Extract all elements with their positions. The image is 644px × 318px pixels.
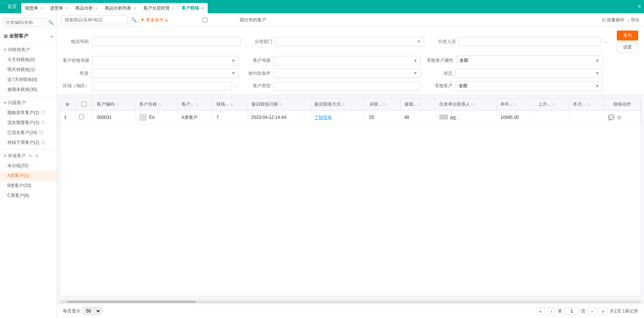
tab-sales-order[interactable]: 销货单 × (21, 3, 46, 13)
row-checkbox[interactable] (79, 114, 84, 119)
th-this-year[interactable]: 本年... ⇅ (497, 98, 534, 111)
dept-select[interactable]: ▼ (275, 37, 425, 46)
unit-contact-avatar (439, 114, 448, 120)
status-select[interactable]: ▼ (455, 68, 603, 78)
close-tab-contact[interactable]: × (201, 6, 204, 10)
sidebar-item-tomorrow[interactable]: 明天待联络(1) (0, 65, 57, 75)
tab-product-analysis[interactable]: 商品分析 × (72, 3, 101, 13)
refresh-icon[interactable]: ↻ (29, 153, 32, 159)
page-size-select[interactable]: 50 100 200 (83, 307, 101, 315)
tab-customer-contact[interactable]: 客户联络 × (178, 3, 207, 13)
sort-icon-name: ⇅ (158, 102, 161, 106)
sidebar-item-7days[interactable]: 近7天待联络(0) (0, 75, 57, 85)
customer-type-input[interactable] (273, 82, 421, 91)
sidebar-item-overdue[interactable]: 逾期未联络(30) (0, 85, 57, 95)
th-customer-type[interactable]: 客户... ⇅ (178, 98, 212, 111)
sidebar-item-b-class[interactable]: B类客户(33) (0, 181, 57, 191)
region-dots-btn[interactable]: ··· (235, 83, 239, 89)
payment-select[interactable]: ▼ (273, 68, 421, 78)
th-overdue[interactable]: 逾期... ⇅ (400, 98, 435, 111)
my-customers-checkbox-label[interactable]: 我分管的客户 (172, 17, 266, 23)
td-customer-type: A类客户 (178, 111, 212, 124)
retail-attr-select[interactable]: 全部 ▼ (456, 56, 603, 66)
sidebar-item-declining[interactable]: 持续下滑客户(2) ⓘ (0, 138, 57, 148)
th-last-month[interactable]: 上月... ⇅ (534, 98, 569, 111)
batch-op-btn[interactable]: ☑ 批量操作 (602, 17, 625, 23)
scrollbar-thumb[interactable] (67, 301, 196, 303)
td-last-date: 2023-04-12 14:44: (247, 111, 310, 124)
th-checkbox (75, 98, 93, 111)
sidebar-group-value[interactable]: ▼ 价值客户 ↻ ✎ (0, 151, 57, 161)
settings-button[interactable]: 设置 (617, 42, 638, 53)
pagination-bar: 每页显示 50 100 200 « ‹ 第 页 › » 共1页 1条记录 (57, 304, 644, 318)
retail-customer-select[interactable]: 全部 ▼ (455, 81, 603, 91)
caret-down-icon: ▲ (165, 18, 168, 22)
sidebar-search-icon[interactable]: 🔍 (48, 20, 54, 25)
th-this-month[interactable]: 本月... ⇅ (569, 98, 604, 111)
nature-select[interactable]: ▼ (92, 68, 239, 78)
sidebar-item-abnormal[interactable]: 囤购异常客户(2) ⓘ (0, 108, 57, 118)
customer-level-select[interactable]: ▼ (273, 56, 421, 66)
close-tab-purchase[interactable]: × (65, 6, 68, 10)
qr-icon[interactable]: ⊞ (617, 114, 622, 120)
manager-dots-btn[interactable]: ··· (604, 39, 608, 45)
th-contact-count[interactable]: 联络... ⇅ (212, 98, 247, 111)
close-tab-product-list[interactable]: × (133, 6, 136, 10)
manager-input[interactable] (459, 37, 601, 46)
th-code[interactable]: 客户编码 ⇅ (93, 98, 135, 111)
sidebar-item-churned[interactable]: 已流失客户(24) ⓘ (0, 128, 57, 138)
th-last-contact-method[interactable]: 最后联络方式 ⇅ (310, 98, 365, 111)
sidebar-all-customers[interactable]: ⊞ 全部客户 « (0, 31, 57, 42)
sidebar-item-churn-warning[interactable]: 流失预警客户(3) ⓘ (0, 118, 57, 128)
export-btn[interactable]: ↓ 导出 (627, 17, 640, 23)
th-name[interactable]: 客户名称 ⇅ (135, 98, 178, 111)
price-level-select[interactable]: ▼ (92, 56, 239, 66)
page-size-container: 每页显示 50 100 200 (63, 307, 101, 315)
data-table-container: ⚙ 客户编码 ⇅ 客户名称 (60, 98, 641, 296)
sidebar-item-a-class[interactable]: A类客户(1) (0, 171, 57, 181)
search-input[interactable] (61, 15, 128, 24)
sidebar-item-ungroup[interactable]: 未分组(32) (0, 161, 57, 171)
batch-checkbox-icon: ☑ (602, 17, 606, 22)
query-button[interactable]: 查询 (617, 31, 638, 40)
sidebar-group-pending[interactable]: ▼ 待联络客户 (0, 45, 57, 55)
th-settings[interactable]: ⚙ (60, 98, 75, 111)
td-last-month (534, 111, 569, 124)
sidebar-search-input[interactable] (3, 18, 47, 26)
th-last-contact-date[interactable]: 最后联络日期 ⇅ (247, 98, 310, 111)
sidebar-group-problem[interactable]: ▼ 问题客户 (0, 98, 57, 108)
sidebar-item-c-class[interactable]: C类客户(6) (0, 191, 57, 201)
th-unit-contact[interactable]: 往来单位联系人 ⇅ (435, 98, 497, 111)
edit-icon[interactable]: ✎ (35, 153, 39, 159)
next-page-btn[interactable]: › (588, 307, 596, 315)
close-tab-product-analysis[interactable]: × (95, 6, 97, 10)
tab-purchase-order[interactable]: 进货单 × (46, 3, 71, 13)
sidebar-item-today[interactable]: 今天待联络(0) (0, 55, 57, 65)
region-input[interactable] (92, 82, 232, 91)
settings-icon[interactable]: ⚙ (65, 102, 69, 107)
select-all-checkbox[interactable] (82, 102, 86, 106)
first-page-btn[interactable]: « (536, 307, 545, 315)
sidebar-collapse-icon[interactable]: « (50, 33, 53, 39)
my-customers-checkbox[interactable] (172, 18, 238, 22)
page-number-input[interactable] (564, 307, 579, 315)
contact-method-link[interactable]: 下销货单 (314, 115, 332, 120)
horizontal-scrollbar[interactable] (57, 299, 644, 304)
th-not-contacted[interactable]: 未联... ⇅ (365, 98, 400, 111)
more-conditions-btn[interactable]: ▼ 更多条件 ▲ (140, 17, 168, 23)
tab-product-analysis-list[interactable]: 商品分析列表 × (101, 3, 139, 13)
tab-customer-tier[interactable]: 客户分层经营 × (140, 3, 178, 13)
search-bar-icon[interactable]: 🔍 (131, 17, 137, 22)
close-tab-tier[interactable]: × (172, 6, 174, 10)
sort-icon-type: ⇅ (195, 102, 198, 106)
td-overdue: 48 (400, 111, 435, 124)
td-this-year: 10995.00 (497, 111, 534, 124)
last-page-btn[interactable]: » (598, 307, 608, 315)
window-close-button[interactable]: × (638, 3, 641, 10)
phone-input[interactable] (92, 37, 241, 46)
chat-icon[interactable]: 💬 (608, 114, 614, 120)
home-nav[interactable]: 首页 (3, 0, 21, 13)
grid-icon: ⊞ (4, 33, 8, 39)
close-tab-sales[interactable]: × (40, 6, 43, 10)
prev-page-btn[interactable]: ‹ (547, 307, 555, 315)
